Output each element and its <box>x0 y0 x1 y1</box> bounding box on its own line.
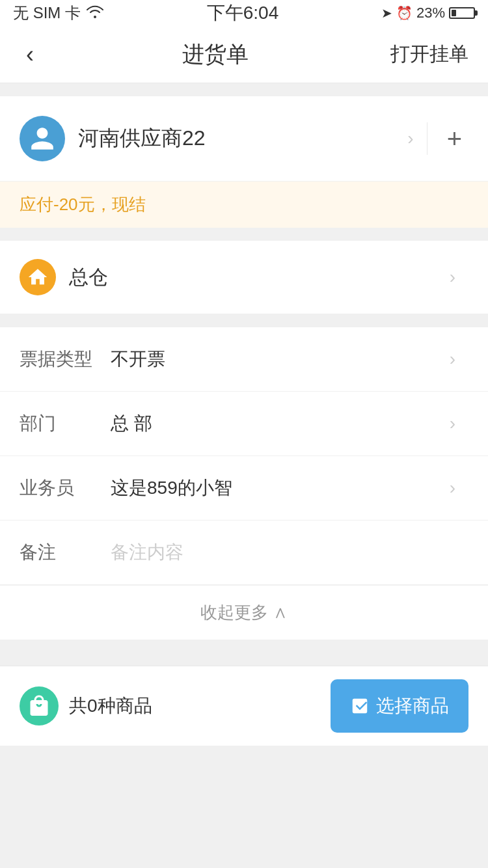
form-section: 票据类型 不开票 › 部门 总 部 › 业务员 这是859的小智 › 备注 备注… <box>0 327 488 640</box>
battery-percent: 23% <box>416 5 445 21</box>
battery-icon <box>449 7 475 19</box>
department-label: 部门 <box>20 411 111 436</box>
status-time: 下午6:04 <box>207 1 279 25</box>
supplier-section: 河南供应商22 › + 应付-20元，现结 <box>0 96 488 228</box>
open-pending-button[interactable]: 打开挂单 <box>390 41 468 68</box>
location-icon: ➤ <box>381 5 392 21</box>
invoice-type-value: 不开票 <box>111 347 450 372</box>
section-gap-1 <box>0 83 488 96</box>
invoice-type-row[interactable]: 票据类型 不开票 › <box>0 327 488 392</box>
wifi-icon <box>86 4 104 22</box>
supplier-chevron-icon: › <box>407 128 413 149</box>
warehouse-chevron-icon: › <box>450 267 455 288</box>
shopping-bag-icon <box>27 694 51 718</box>
select-product-icon <box>350 696 370 716</box>
user-icon <box>29 125 56 152</box>
page-background <box>0 746 488 868</box>
product-count-text: 共0种商品 <box>69 694 331 718</box>
warehouse-name: 总仓 <box>69 264 450 291</box>
product-icon <box>20 686 59 726</box>
select-product-button[interactable]: 选择商品 <box>331 679 468 733</box>
house-icon <box>27 266 49 288</box>
status-right: ➤ ⏰ 23% <box>381 5 475 21</box>
remark-placeholder: 备注内容 <box>111 540 468 565</box>
supplier-avatar <box>20 116 65 161</box>
alarm-icon: ⏰ <box>396 5 413 21</box>
invoice-type-chevron-icon: › <box>450 349 455 370</box>
collapse-button[interactable]: 收起更多 ∧ <box>0 585 488 640</box>
select-product-label: 选择商品 <box>376 694 449 718</box>
department-chevron-icon: › <box>450 413 455 434</box>
salesperson-row[interactable]: 业务员 这是859的小智 › <box>0 456 488 521</box>
section-gap-4 <box>0 640 488 653</box>
supplier-row[interactable]: 河南供应商22 › + <box>0 96 488 182</box>
notice-text: 应付-20元，现结 <box>20 195 146 214</box>
warehouse-row[interactable]: 总仓 › <box>0 241 488 314</box>
remark-row[interactable]: 备注 备注内容 <box>0 521 488 585</box>
salesperson-chevron-icon: › <box>450 478 455 498</box>
back-button[interactable]: ‹ <box>20 34 40 75</box>
supplier-name: 河南供应商22 <box>78 124 407 153</box>
salesperson-value: 这是859的小智 <box>111 476 450 500</box>
notice-bar: 应付-20元，现结 <box>0 182 488 228</box>
collapse-label: 收起更多 ∧ <box>200 601 287 624</box>
status-bar: 无 SIM 卡 下午6:04 ➤ ⏰ 23% <box>0 0 488 26</box>
vertical-divider <box>427 122 427 155</box>
invoice-type-label: 票据类型 <box>20 347 111 372</box>
add-supplier-button[interactable]: + <box>441 121 468 157</box>
salesperson-label: 业务员 <box>20 476 111 500</box>
carrier-text: 无 SIM 卡 <box>13 3 81 23</box>
bottom-bar: 共0种商品 选择商品 <box>0 666 488 746</box>
warehouse-icon <box>20 259 56 295</box>
section-gap-2 <box>0 228 488 241</box>
nav-bar: ‹ 进货单 打开挂单 <box>0 26 488 83</box>
status-left: 无 SIM 卡 <box>13 3 104 23</box>
department-value: 总 部 <box>111 411 450 436</box>
remark-label: 备注 <box>20 540 111 565</box>
department-row[interactable]: 部门 总 部 › <box>0 392 488 456</box>
page-title: 进货单 <box>182 40 249 70</box>
section-gap-3 <box>0 314 488 327</box>
